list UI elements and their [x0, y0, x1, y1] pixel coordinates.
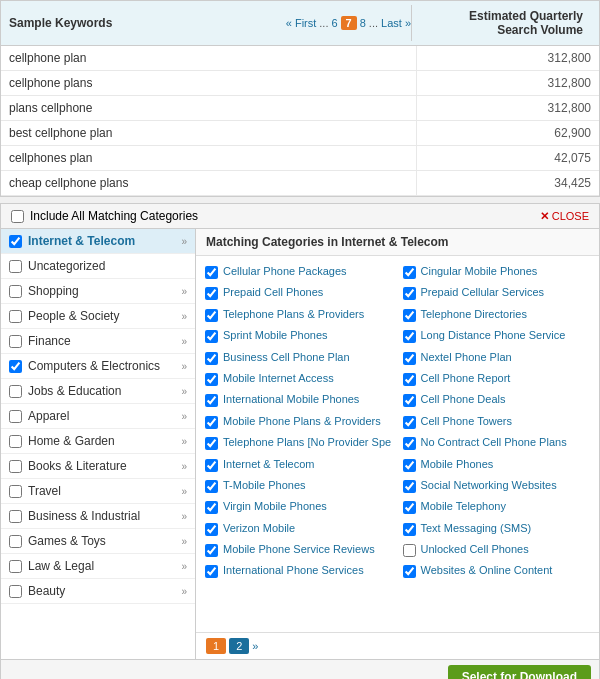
footer-next[interactable]: »	[252, 640, 258, 652]
matching-item-col1-3[interactable]: Sprint Mobile Phones	[202, 326, 396, 345]
matching-checkbox-col2-5[interactable]	[403, 373, 416, 386]
matching-checkbox-col2-3[interactable]	[403, 330, 416, 343]
matching-checkbox-col1-2[interactable]	[205, 309, 218, 322]
matching-checkbox-col2-14[interactable]	[403, 565, 416, 578]
sidebar-checkbox-books-literature[interactable]	[9, 460, 22, 473]
matching-item-col2-11[interactable]: Mobile Telephony	[400, 497, 594, 516]
sidebar-item-shopping[interactable]: Shopping »	[1, 279, 195, 304]
matching-item-col1-12[interactable]: Verizon Mobile	[202, 519, 396, 538]
sidebar-item-apparel[interactable]: Apparel »	[1, 404, 195, 429]
sidebar-item-computers-electronics[interactable]: Computers & Electronics »	[1, 354, 195, 379]
sidebar-checkbox-business-industrial[interactable]	[9, 510, 22, 523]
matching-item-col2-10[interactable]: Social Networking Websites	[400, 476, 594, 495]
sidebar-item-people-society[interactable]: People & Society »	[1, 304, 195, 329]
matching-checkbox-col2-11[interactable]	[403, 501, 416, 514]
matching-item-col2-6[interactable]: Cell Phone Deals	[400, 390, 594, 409]
matching-item-col1-10[interactable]: T-Mobile Phones	[202, 476, 396, 495]
sidebar-checkbox-apparel[interactable]	[9, 410, 22, 423]
sidebar-checkbox-computers-electronics[interactable]	[9, 360, 22, 373]
sidebar-item-finance[interactable]: Finance »	[1, 329, 195, 354]
include-all-checkbox[interactable]	[11, 210, 24, 223]
sidebar-checkbox-travel[interactable]	[9, 485, 22, 498]
matching-checkbox-col2-10[interactable]	[403, 480, 416, 493]
sidebar-item-games-toys[interactable]: Games & Toys »	[1, 529, 195, 554]
matching-checkbox-col1-1[interactable]	[205, 287, 218, 300]
matching-item-col1-13[interactable]: Mobile Phone Service Reviews	[202, 540, 396, 559]
sidebar-checkbox-law-legal[interactable]	[9, 560, 22, 573]
sidebar-item-books-literature[interactable]: Books & Literature »	[1, 454, 195, 479]
sidebar-item-home-garden[interactable]: Home & Garden »	[1, 429, 195, 454]
sidebar-checkbox-games-toys[interactable]	[9, 535, 22, 548]
matching-item-col1-9[interactable]: Internet & Telecom	[202, 455, 396, 474]
matching-item-col1-4[interactable]: Business Cell Phone Plan	[202, 348, 396, 367]
sidebar-item-business-industrial[interactable]: Business & Industrial »	[1, 504, 195, 529]
matching-item-col1-0[interactable]: Cellular Phone Packages	[202, 262, 396, 281]
sidebar-checkbox-beauty[interactable]	[9, 585, 22, 598]
matching-item-col2-8[interactable]: No Contract Cell Phone Plans	[400, 433, 594, 452]
matching-checkbox-col1-6[interactable]	[205, 394, 218, 407]
matching-item-col2-7[interactable]: Cell Phone Towers	[400, 412, 594, 431]
sidebar-item-jobs-education[interactable]: Jobs & Education »	[1, 379, 195, 404]
matching-checkbox-col2-9[interactable]	[403, 459, 416, 472]
matching-checkbox-col1-10[interactable]	[205, 480, 218, 493]
matching-checkbox-col2-6[interactable]	[403, 394, 416, 407]
sidebar-item-travel[interactable]: Travel »	[1, 479, 195, 504]
matching-checkbox-col1-9[interactable]	[205, 459, 218, 472]
sidebar-checkbox-shopping[interactable]	[9, 285, 22, 298]
matching-checkbox-col2-1[interactable]	[403, 287, 416, 300]
pagination-page-6[interactable]: 6	[331, 17, 337, 29]
sidebar-item-internet-telecom[interactable]: Internet & Telecom »	[1, 229, 195, 254]
matching-checkbox-col1-11[interactable]	[205, 501, 218, 514]
pagination-last[interactable]: Last »	[381, 17, 411, 29]
matching-checkbox-col2-0[interactable]	[403, 266, 416, 279]
matching-item-col2-14[interactable]: Websites & Online Content	[400, 561, 594, 580]
matching-item-col2-13[interactable]: Unlocked Cell Phones	[400, 540, 594, 559]
matching-checkbox-col1-3[interactable]	[205, 330, 218, 343]
sidebar-checkbox-uncategorized[interactable]	[9, 260, 22, 273]
matching-item-col2-2[interactable]: Telephone Directories	[400, 305, 594, 324]
matching-checkbox-col1-13[interactable]	[205, 544, 218, 557]
matching-item-col1-11[interactable]: Virgin Mobile Phones	[202, 497, 396, 516]
matching-item-col1-14[interactable]: International Phone Services	[202, 561, 396, 580]
matching-checkbox-col2-2[interactable]	[403, 309, 416, 322]
sidebar-checkbox-finance[interactable]	[9, 335, 22, 348]
matching-item-col2-5[interactable]: Cell Phone Report	[400, 369, 594, 388]
sidebar-checkbox-home-garden[interactable]	[9, 435, 22, 448]
download-button[interactable]: Select for Download	[448, 665, 591, 679]
matching-item-col1-7[interactable]: Mobile Phone Plans & Providers	[202, 412, 396, 431]
matching-item-col2-4[interactable]: Nextel Phone Plan	[400, 348, 594, 367]
pagination-current[interactable]: 7	[341, 16, 357, 30]
matching-checkbox-col2-8[interactable]	[403, 437, 416, 450]
matching-checkbox-col1-0[interactable]	[205, 266, 218, 279]
matching-checkbox-col1-12[interactable]	[205, 523, 218, 536]
matching-item-col1-6[interactable]: International Mobile Phones	[202, 390, 396, 409]
matching-item-col1-2[interactable]: Telephone Plans & Providers	[202, 305, 396, 324]
matching-checkbox-col1-7[interactable]	[205, 416, 218, 429]
matching-item-col2-3[interactable]: Long Distance Phone Service	[400, 326, 594, 345]
sidebar-checkbox-people-society[interactable]	[9, 310, 22, 323]
matching-item-col1-5[interactable]: Mobile Internet Access	[202, 369, 396, 388]
matching-checkbox-col1-5[interactable]	[205, 373, 218, 386]
matching-checkbox-col2-4[interactable]	[403, 352, 416, 365]
pagination-first[interactable]: « First	[286, 17, 317, 29]
matching-checkbox-col1-8[interactable]	[205, 437, 218, 450]
matching-item-col1-1[interactable]: Prepaid Cell Phones	[202, 283, 396, 302]
matching-checkbox-col2-12[interactable]	[403, 523, 416, 536]
pagination-page-8[interactable]: 8	[360, 17, 366, 29]
footer-page-2[interactable]: 2	[229, 638, 249, 654]
footer-page-1[interactable]: 1	[206, 638, 226, 654]
matching-item-col2-12[interactable]: Text Messaging (SMS)	[400, 519, 594, 538]
sidebar-item-beauty[interactable]: Beauty »	[1, 579, 195, 604]
matching-item-col2-0[interactable]: Cingular Mobile Phones	[400, 262, 594, 281]
matching-checkbox-col2-7[interactable]	[403, 416, 416, 429]
sidebar-item-law-legal[interactable]: Law & Legal »	[1, 554, 195, 579]
matching-item-col2-9[interactable]: Mobile Phones	[400, 455, 594, 474]
matching-item-col1-8[interactable]: Telephone Plans [No Provider Spe	[202, 433, 396, 452]
close-button[interactable]: ✕ CLOSE	[540, 210, 589, 223]
sidebar-checkbox-internet-telecom[interactable]	[9, 235, 22, 248]
matching-checkbox-col1-4[interactable]	[205, 352, 218, 365]
sidebar-item-uncategorized[interactable]: Uncategorized	[1, 254, 195, 279]
sidebar-checkbox-jobs-education[interactable]	[9, 385, 22, 398]
matching-checkbox-col1-14[interactable]	[205, 565, 218, 578]
matching-item-col2-1[interactable]: Prepaid Cellular Services	[400, 283, 594, 302]
